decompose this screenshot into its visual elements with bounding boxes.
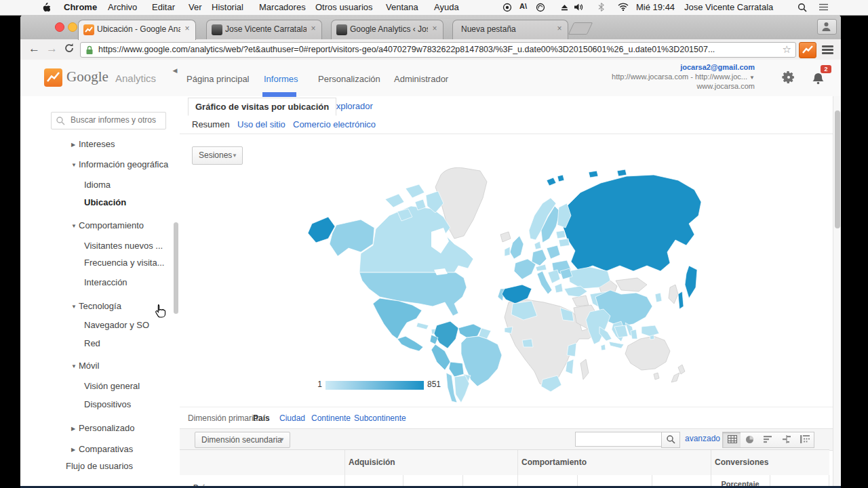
tab-close-icon[interactable]: × xyxy=(309,24,318,33)
tree-arrow-icon: ▶ xyxy=(71,139,79,151)
menu-ver[interactable]: Ver xyxy=(189,2,202,13)
tab-ubicacion-analytics[interactable]: Ubicación - Google Analyti × xyxy=(78,20,196,40)
view-pivot-icon[interactable] xyxy=(795,432,814,448)
dimension-row: Dimensión primaria: País Ciudad Continen… xyxy=(180,407,833,429)
input-source-icon[interactable]: A\ xyxy=(519,2,527,10)
reload-icon[interactable] xyxy=(64,43,75,58)
sidebar-item-navegador-so[interactable]: Navegador y SO xyxy=(84,319,149,331)
menu-chrome[interactable]: Chrome xyxy=(64,2,97,13)
minimize-window-button[interactable] xyxy=(68,22,77,32)
sidebar-item-frecuencia[interactable]: Frecuencia y visita... xyxy=(84,257,165,269)
menu-otros-usuarios[interactable]: Otros usuarios xyxy=(315,2,373,13)
menu-archivo[interactable]: Archivo xyxy=(108,2,137,13)
menu-historial[interactable]: Historial xyxy=(212,2,243,13)
scrollbar-thumb[interactable] xyxy=(835,110,840,228)
ga-nav-administrador[interactable]: Administrador xyxy=(394,74,448,84)
tab-jose-vicente[interactable]: Jose Vicente Carratala | Pr × xyxy=(206,20,322,40)
table-search-button[interactable] xyxy=(661,432,680,448)
menu-ayuda[interactable]: Ayuda xyxy=(434,2,459,13)
sidebar-item-red[interactable]: Red xyxy=(84,338,100,350)
dimension-subcontinente[interactable]: Subcontinente xyxy=(354,413,406,423)
sidebar-item-tecnologia[interactable]: ▼Tecnología xyxy=(71,300,121,312)
bluetooth-icon[interactable] xyxy=(598,3,604,14)
creative-cloud-icon[interactable] xyxy=(536,3,545,14)
group-conversiones: Conversiones xyxy=(715,458,768,467)
sidebar-search[interactable] xyxy=(51,112,166,129)
tab-close-icon[interactable]: × xyxy=(430,24,439,33)
dimension-pais[interactable]: País xyxy=(253,413,270,423)
tab-title: Nueva pestaña xyxy=(461,24,553,34)
menu-marcadores[interactable]: Marcadores xyxy=(259,2,306,13)
tab-strip: Ubicación - Google Analyti × Jose Vicent… xyxy=(20,15,841,40)
analytics-extension-icon[interactable] xyxy=(799,42,816,58)
browser-toolbar: ← → https://www.google.com/analytics/web… xyxy=(20,39,841,60)
notification-center-icon[interactable] xyxy=(818,3,829,14)
ga-nav-personalizacion[interactable]: Personalización xyxy=(318,74,380,84)
view-performance-icon[interactable] xyxy=(759,432,778,448)
view-table-icon[interactable] xyxy=(722,432,742,448)
address-bar[interactable]: https://www.google.com/analytics/web/?et… xyxy=(80,42,796,58)
sidebar-item-movil[interactable]: ▼Móvil xyxy=(71,360,99,372)
account-selector[interactable]: jocarsa2@gmail.com http://www.jocarsa.co… xyxy=(585,63,755,92)
secondary-dimension-button[interactable]: Dimensión secundaria ▼ xyxy=(195,432,290,448)
spotlight-search-icon[interactable] xyxy=(797,3,807,14)
dimension-ciudad[interactable]: Ciudad xyxy=(279,413,305,423)
dimension-continente[interactable]: Continente xyxy=(311,413,351,423)
menubar-clock[interactable]: Mié 19:44 xyxy=(636,2,675,13)
ga-nav-informes[interactable]: Informes xyxy=(264,74,298,84)
tab-grafico-visitas[interactable]: Gráfico de visitas por ubicación xyxy=(188,98,336,116)
browser-profile-button[interactable] xyxy=(817,19,837,35)
new-tab-button[interactable] xyxy=(568,22,593,35)
sidebar-item-ubicacion[interactable]: Ubicación xyxy=(84,197,126,209)
sidebar-item-visitantes-nuevos[interactable]: Visitantes nuevos ... xyxy=(84,240,163,252)
menubar-user[interactable]: Jose Vicente Carratala xyxy=(684,2,773,13)
volume-icon[interactable] xyxy=(574,3,584,14)
ga-nav-pagina-principal[interactable]: Página principal xyxy=(186,74,250,84)
sidebar-item-personalizado[interactable]: ▶Personalizado xyxy=(71,422,134,434)
view-percentage-icon[interactable] xyxy=(741,432,760,448)
ga-logo-icon[interactable] xyxy=(44,68,62,89)
tab-nueva-pestana[interactable]: Nueva pestaña × xyxy=(452,20,568,40)
bookmark-star-icon[interactable]: ☆ xyxy=(783,43,791,56)
metric-selector-button[interactable]: Sesiones ▼ xyxy=(192,146,243,165)
tab-close-icon[interactable]: × xyxy=(555,24,564,33)
sidebar-item-vision-general[interactable]: Visión general xyxy=(84,380,140,392)
sidebar-item-flujo-usuarios[interactable]: Flujo de usuarios xyxy=(66,460,133,472)
subnav-uso-del-sitio[interactable]: Uso del sitio xyxy=(237,119,285,129)
sidebar-item-intereses[interactable]: ▶Intereses xyxy=(71,138,115,150)
table-search-input[interactable] xyxy=(578,433,661,445)
sidebar-search-input[interactable] xyxy=(69,115,163,125)
sidebar-collapse-icon[interactable]: ◀ xyxy=(171,65,179,76)
menu-editar[interactable]: Editar xyxy=(152,2,175,13)
sidebar-item-comparativas[interactable]: ▶Comparativas xyxy=(71,443,133,455)
tab-google-analytics[interactable]: Google Analytics ‹ Jose Vic × xyxy=(331,20,443,40)
view-comparison-icon[interactable] xyxy=(777,432,796,448)
sidebar-item-informacion-geografica[interactable]: ▼Información geográfica xyxy=(71,159,168,171)
forward-icon[interactable]: → xyxy=(46,41,58,56)
menu-ventana[interactable]: Ventana xyxy=(386,2,418,13)
gear-icon[interactable] xyxy=(782,70,795,87)
table-search[interactable] xyxy=(575,432,662,447)
sidebar-scrollbar[interactable] xyxy=(174,222,178,314)
url-text[interactable]: https://www.google.com/analytics/web/?et… xyxy=(98,45,776,54)
bell-icon[interactable] xyxy=(812,72,825,88)
tab-explorador[interactable]: Explorador xyxy=(330,98,373,115)
sidebar-item-interaccion[interactable]: Interacción xyxy=(84,277,127,289)
apple-icon[interactable] xyxy=(41,3,50,14)
sidebar-item-idioma[interactable]: Idioma xyxy=(84,179,111,191)
back-icon[interactable]: ← xyxy=(28,41,40,56)
advanced-link[interactable]: avanzado xyxy=(685,434,720,443)
screen-record-icon[interactable] xyxy=(502,3,512,14)
sidebar-item-dispositivos[interactable]: Dispositivos xyxy=(84,399,131,411)
subnav-comercio-electronico[interactable]: Comercio electrónico xyxy=(293,119,376,129)
page-scrollbar[interactable] xyxy=(833,96,841,488)
wifi-icon[interactable] xyxy=(618,3,629,13)
subnav-resumen[interactable]: Resumen xyxy=(192,119,230,129)
tab-close-icon[interactable]: × xyxy=(182,24,192,33)
padlock-icon[interactable] xyxy=(85,45,94,58)
browser-menu-icon[interactable] xyxy=(822,45,833,54)
sidebar-item-comportamiento[interactable]: ▼Comportamiento xyxy=(71,220,144,232)
eject-icon[interactable] xyxy=(560,3,569,14)
mouse-cursor-hand xyxy=(153,304,167,319)
close-window-button[interactable] xyxy=(55,22,64,32)
